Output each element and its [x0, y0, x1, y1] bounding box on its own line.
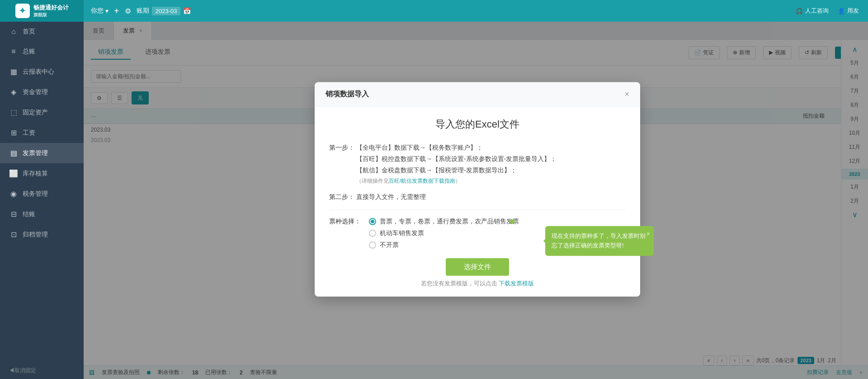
- sidebar-item-home[interactable]: ⌂ 首页: [0, 22, 84, 42]
- sidebar-item-label: 工资: [23, 129, 75, 137]
- radio-normal[interactable]: 普票，专票，卷票，通行费发票，农产品销售发票 × 现在支持的票种多了，导入发票时…: [369, 218, 523, 226]
- assets-icon: ⬚: [9, 108, 18, 117]
- step1-line3: 【航信】金税盘数据下载→【报税管理-发票数据导出】；: [356, 165, 626, 176]
- ticket-row: 票种选择： 普票，专票，卷票，通行费发票，农产品销售发票 ×: [329, 218, 626, 249]
- header-period: 账期 2023-03 📅: [137, 7, 191, 15]
- sidebar-item-label: 首页: [23, 28, 75, 36]
- sidebar-item-label: 云报表中心: [23, 68, 75, 76]
- step1-note: （详细操作见百旺/航信发票数据下载指南）: [356, 176, 626, 186]
- header-right: 🎧 人工咨询 👤 用友: [796, 7, 868, 15]
- header-add-button[interactable]: +: [114, 6, 119, 16]
- radio-normal-label: 普票，专票，卷票，通行费发票，农产品销售发票: [380, 218, 519, 226]
- sidebar-item-settle[interactable]: ⊟ 结账: [0, 204, 84, 224]
- tooltip-bubble: × 现在支持的票种多了，导入发票时别忘了选择正确的发票类型呀!: [545, 226, 654, 256]
- ledger-icon: ≡: [9, 47, 18, 56]
- dropdown-icon: ▾: [105, 7, 108, 14]
- sidebar-item-tax[interactable]: ◉ 税务管理: [0, 184, 84, 204]
- sidebar-item-label: 资金管理: [23, 88, 75, 96]
- step2-content: 直接导入文件，无需整理: [356, 191, 626, 203]
- help-button[interactable]: 🎧 人工咨询: [796, 7, 829, 15]
- divider: [329, 210, 626, 210]
- settle-icon: ⊟: [9, 210, 18, 218]
- logo-area: ✦ 畅捷通好会计 旗舰版: [0, 0, 84, 22]
- step2-label: 第二步：: [329, 191, 356, 203]
- tooltip-close-button[interactable]: ×: [646, 229, 650, 239]
- archive-icon: ⊡: [9, 230, 18, 239]
- sidebar-item-label: 固定资产: [23, 109, 75, 117]
- ticket-label: 票种选择：: [329, 218, 362, 226]
- inventory-icon: ⬜: [9, 169, 18, 178]
- modal-title: 销项数据导入: [326, 90, 369, 99]
- radio-checked-circle: [369, 218, 376, 225]
- sidebar-item-ledger[interactable]: ≡ 总账: [0, 42, 84, 62]
- tax-icon: ◉: [9, 190, 18, 198]
- select-file-button[interactable]: 选择文件: [446, 258, 509, 276]
- sidebar-item-label: 结账: [23, 210, 75, 218]
- sidebar-item-funds[interactable]: ◈ 资金管理: [0, 82, 84, 102]
- sidebar: ⌂ 首页 ≡ 总账 ▦ 云报表中心 ◈ 资金管理 ⬚ 固定资产 ⊞ 工资 ▤ 发…: [0, 22, 84, 379]
- sidebar-item-payroll[interactable]: ⊞ 工资: [0, 123, 84, 143]
- sidebar-item-label: 总账: [23, 47, 75, 56]
- sidebar-item-label: 发票管理: [23, 149, 75, 157]
- ticket-section: 票种选择： 普票，专票，卷票，通行费发票，农产品销售发票 ×: [329, 218, 626, 249]
- sidebar-item-label: 库存核算: [23, 170, 75, 178]
- download-template-link[interactable]: 下载发票模版: [499, 280, 534, 287]
- radio-none[interactable]: 不开票: [369, 241, 523, 249]
- radio-unchecked-circle-2: [369, 242, 376, 249]
- radio-group: 普票，专票，卷票，通行费发票，农产品销售发票 × 现在支持的票种多了，导入发票时…: [365, 218, 523, 249]
- download-hint: 若您没有发票模版，可以点击 下载发票模版: [329, 280, 626, 288]
- step1-line2: 【百旺】税控盘数据下载→【系统设置-系统参数设置-发票批量导入】；: [356, 153, 626, 165]
- payroll-icon: ⊞: [9, 128, 18, 137]
- header-gear-icon[interactable]: ⚙: [125, 7, 131, 15]
- tooltip-text: 现在支持的票种多了，导入发票时别忘了选择正确的发票类型呀!: [552, 232, 646, 249]
- radio-motor-label: 机动车销售发票: [380, 229, 424, 237]
- radio-dot: [371, 220, 374, 223]
- guide-link[interactable]: 百旺/航信发票数据下载指南: [389, 177, 455, 184]
- period-badge: 2023-03: [152, 7, 181, 15]
- step1-line1: 【全电平台】数据下载→【税务数字账户】；: [356, 142, 626, 153]
- top-header: ✦ 畅捷通好会计 旗舰版 你您 ▾ + ⚙ 账期 2023-03 📅 🎧 人工咨…: [0, 0, 868, 22]
- step1-content: 【全电平台】数据下载→【税务数字账户】； 【百旺】税控盘数据下载→【系统设置-系…: [356, 142, 626, 186]
- user-icon: 👤: [838, 8, 845, 14]
- sidebar-item-assets[interactable]: ⬚ 固定资产: [0, 102, 84, 123]
- import-modal: 销项数据导入 × 导入您的Excel文件 第一步： 【全电平台】数据下载→【税务…: [315, 82, 640, 297]
- sidebar-item-label: 税务管理: [23, 190, 75, 198]
- home-icon: ⌂: [9, 28, 18, 36]
- radio-motor[interactable]: 机动车销售发票: [369, 229, 523, 237]
- headset-icon: 🎧: [796, 8, 803, 14]
- sidebar-item-label: 归档管理: [23, 231, 75, 239]
- header-nav: 你您 ▾ + ⚙ 账期 2023-03 📅: [84, 6, 796, 16]
- invoice-icon: ▤: [9, 149, 18, 157]
- step1-label: 第一步：: [329, 142, 356, 186]
- header-account[interactable]: 你您 ▾: [91, 7, 108, 15]
- sidebar-item-archive[interactable]: ⊡ 归档管理: [0, 224, 84, 245]
- step2-row: 第二步： 直接导入文件，无需整理: [329, 191, 626, 203]
- calendar-icon: 📅: [183, 7, 191, 14]
- user-button[interactable]: 👤 用友: [838, 7, 859, 15]
- funds-icon: ◈: [9, 88, 18, 96]
- radio-none-label: 不开票: [380, 241, 399, 249]
- modal-close-button[interactable]: ×: [624, 90, 629, 99]
- step1-row: 第一步： 【全电平台】数据下载→【税务数字账户】； 【百旺】税控盘数据下载→【系…: [329, 142, 626, 186]
- radio-unchecked-circle: [369, 230, 376, 237]
- sidebar-item-invoice[interactable]: ▤ 发票管理: [0, 143, 84, 163]
- modal-body: 导入您的Excel文件 第一步： 【全电平台】数据下载→【税务数字账户】； 【百…: [315, 107, 640, 297]
- logo-icon: ✦: [15, 4, 30, 18]
- sidebar-item-reports[interactable]: ▦ 云报表中心: [0, 62, 84, 82]
- modal-main-title: 导入您的Excel文件: [329, 118, 626, 131]
- sidebar-pin-button[interactable]: ◀取消固定: [0, 362, 84, 379]
- sidebar-item-inventory[interactable]: ⬜ 库存核算: [0, 163, 84, 184]
- reports-icon: ▦: [9, 67, 18, 76]
- modal-header: 销项数据导入 ×: [315, 82, 640, 107]
- tooltip-dot: [510, 219, 514, 224]
- app-name: 畅捷通好会计 旗舰版: [33, 4, 69, 18]
